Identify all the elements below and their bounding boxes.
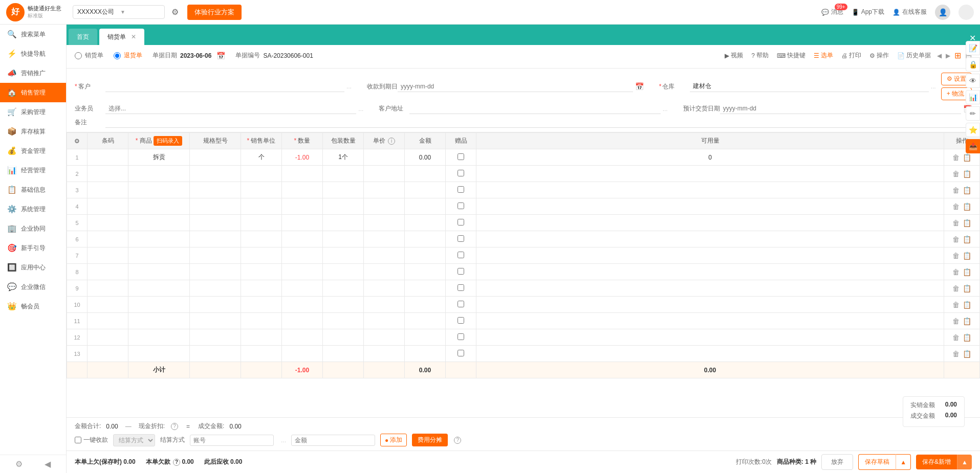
help-btn[interactable]: ? 帮助: [749, 50, 771, 61]
nav-prev-icon[interactable]: ◀: [937, 52, 942, 59]
sidebar-item-search[interactable]: 🔍 搜索菜单: [0, 25, 66, 44]
payment-amount-input[interactable]: [291, 435, 375, 446]
delete-icon[interactable]: 🗑: [952, 333, 960, 342]
float-btn-1[interactable]: 📝: [966, 41, 980, 55]
shortcut-btn[interactable]: ⌨ 快捷键: [775, 50, 808, 61]
sidebar-item-enterprise[interactable]: 🏢 企业协同: [0, 219, 66, 238]
sidebar-item-basic[interactable]: 📋 基础信息: [0, 180, 66, 199]
gear-button[interactable]: ⚙: [168, 5, 182, 19]
float-btn-4[interactable]: 📊: [966, 90, 980, 104]
company-selector[interactable]: XXXXXX公司 ▼: [73, 5, 165, 19]
tab-close-icon[interactable]: ✕: [131, 33, 136, 40]
copy-icon[interactable]: 📋: [963, 284, 971, 292]
row-spec[interactable]: [190, 149, 241, 166]
save-draft-btn[interactable]: 保存草稿: [858, 454, 896, 470]
delete-icon[interactable]: 🗑: [952, 170, 960, 178]
sidebar-collapse-btn[interactable]: ◀: [45, 459, 51, 469]
delete-icon[interactable]: 🗑: [952, 284, 960, 292]
save-new-btn[interactable]: 保存&新增: [916, 455, 957, 469]
copy-icon[interactable]: 📋: [963, 219, 971, 227]
copy-icon[interactable]: 📋: [963, 268, 971, 276]
online-service-btn[interactable]: 👤 在线客服: [892, 8, 927, 16]
customer-addr-input[interactable]: [409, 103, 660, 114]
copy-icon[interactable]: 📋: [963, 252, 971, 260]
row-amount[interactable]: 0.00: [405, 149, 446, 166]
delete-icon[interactable]: 🗑: [952, 301, 960, 309]
notes-input[interactable]: [105, 117, 972, 128]
float-btn-3[interactable]: 👁: [966, 74, 980, 88]
float-btn-7[interactable]: 📤: [966, 139, 980, 153]
row-qty[interactable]: -1.00: [282, 149, 323, 166]
sidebar-item-wechat[interactable]: 💬 企业微信: [0, 277, 66, 297]
account-dots[interactable]: ...: [281, 437, 286, 444]
customer-input[interactable]: [105, 81, 344, 92]
history-btn[interactable]: 📄 历史单据: [895, 50, 933, 61]
payment-method-select[interactable]: 结算方式: [113, 434, 155, 446]
row-pkgqty[interactable]: 1个: [323, 149, 364, 166]
save-draft-arrow[interactable]: ▲: [896, 454, 911, 470]
float-btn-2[interactable]: 🔒: [966, 57, 980, 72]
copy-icon[interactable]: 📋: [963, 186, 971, 194]
discard-button[interactable]: 放弃: [821, 454, 853, 470]
sidebar-settings-btn[interactable]: ⚙: [15, 459, 23, 469]
sidebar-item-appcenter[interactable]: 🔲 应用中心: [0, 258, 66, 277]
sidebar-item-operation[interactable]: 📊 经营管理: [0, 161, 66, 180]
tab-home[interactable]: 首页: [69, 29, 97, 45]
warehouse-input[interactable]: [690, 81, 929, 92]
operate-btn[interactable]: ⚙ 操作: [867, 50, 891, 61]
sidebar-item-marketing[interactable]: 📣 营销推广: [0, 63, 66, 83]
customer-dots[interactable]: ...: [346, 83, 352, 90]
radio-sales[interactable]: 销货单: [75, 51, 103, 60]
account-input[interactable]: [190, 435, 274, 446]
app-download-btn[interactable]: 📱 App下载: [852, 8, 884, 16]
price-info-icon[interactable]: i: [388, 138, 395, 145]
due-info-icon[interactable]: ?: [173, 459, 180, 466]
sidebar-item-member[interactable]: 👑 畅会员: [0, 297, 66, 316]
sidebar-item-shortcut[interactable]: ⚡ 快捷导航: [0, 44, 66, 63]
video-btn[interactable]: ▶ 视频: [723, 50, 745, 61]
copy-icon[interactable]: 📋: [963, 333, 971, 342]
scan-btn[interactable]: 扫码录入: [154, 136, 182, 146]
calendar-icon[interactable]: 📅: [216, 52, 225, 60]
delivery-date-input[interactable]: [720, 103, 961, 114]
delete-icon[interactable]: 🗑: [952, 202, 960, 211]
row-unit[interactable]: 个: [241, 149, 282, 166]
nav-next-icon[interactable]: ▶: [946, 52, 950, 59]
grid-view-icon[interactable]: ⊞: [954, 51, 961, 60]
message-btn[interactable]: 💬 消息 99+: [821, 8, 843, 16]
avatar[interactable]: 👤: [935, 5, 950, 20]
salesman-input[interactable]: [105, 103, 356, 114]
copy-icon[interactable]: 📋: [963, 235, 971, 243]
delete-icon[interactable]: 🗑: [952, 350, 960, 358]
row-price[interactable]: [364, 149, 405, 166]
radio-return[interactable]: 退货单: [114, 51, 142, 60]
sidebar-item-guide[interactable]: 🎯 新手引导: [0, 238, 66, 258]
discount-info-icon[interactable]: ?: [171, 423, 178, 430]
copy-icon[interactable]: 📋: [963, 153, 971, 162]
select-btn[interactable]: ☰ 选单: [812, 50, 835, 61]
expense-info-icon[interactable]: ?: [454, 437, 461, 444]
copy-icon[interactable]: 📋: [963, 350, 971, 358]
delete-icon[interactable]: 🗑: [952, 252, 960, 260]
sidebar-item-finance[interactable]: 💰 资金管理: [0, 141, 66, 161]
sidebar-item-inventory[interactable]: 📦 库存核算: [0, 122, 66, 141]
warehouse-dots[interactable]: ...: [931, 83, 936, 90]
copy-icon[interactable]: 📋: [963, 301, 971, 309]
sidebar-item-system[interactable]: ⚙️ 系统管理: [0, 199, 66, 219]
row-barcode[interactable]: [88, 149, 128, 166]
delete-icon[interactable]: 🗑: [952, 268, 960, 276]
one-click-label[interactable]: 一键收款: [75, 436, 108, 444]
save-new-arrow[interactable]: ▲: [957, 455, 972, 469]
float-btn-5[interactable]: ✏: [966, 106, 980, 121]
delete-icon[interactable]: 🗑: [952, 186, 960, 194]
sidebar-item-purchase[interactable]: 🛒 采购管理: [0, 102, 66, 122]
payment-cal-icon[interactable]: 📅: [635, 82, 644, 91]
copy-icon[interactable]: 📋: [963, 317, 971, 325]
print-btn[interactable]: 🖨 打印: [839, 50, 863, 61]
tab-sales-order[interactable]: 销货单 ✕: [99, 29, 144, 45]
avatar2[interactable]: [959, 5, 974, 20]
one-click-checkbox[interactable]: [75, 437, 81, 443]
delete-icon[interactable]: 🗑: [952, 235, 960, 243]
delete-icon[interactable]: 🗑: [952, 317, 960, 325]
trial-btn[interactable]: 体验行业方案: [187, 5, 242, 20]
